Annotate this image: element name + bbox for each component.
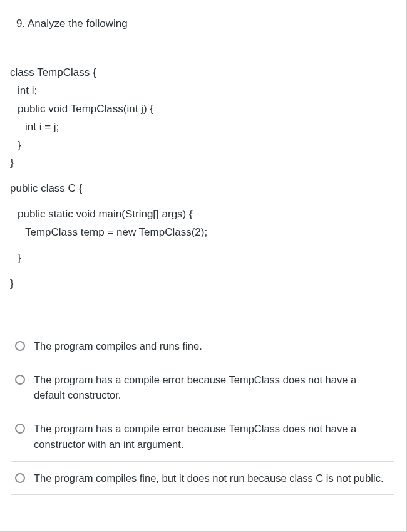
code-line: public static void main(String[] args) {	[10, 206, 399, 224]
code-line: int i;	[10, 82, 399, 100]
question-container: 9. Analyze the following class TempClass…	[0, 0, 406, 495]
code-line: }	[10, 137, 399, 155]
option-label: The program has a compile error because …	[34, 421, 390, 452]
option-label: The program compiles and runs fine.	[34, 338, 202, 354]
question-header: 9. Analyze the following	[8, 18, 399, 30]
code-line: class TempClass {	[10, 64, 399, 82]
option-0[interactable]: The program compiles and runs fine.	[11, 330, 394, 363]
radio-icon	[15, 375, 25, 385]
option-label: The program has a compile error because …	[34, 372, 390, 404]
option-2[interactable]: The program has a compile error because …	[11, 412, 394, 462]
option-3[interactable]: The program compiles fine, but it does n…	[11, 462, 394, 496]
option-label: The program compiles fine, but it does n…	[34, 471, 384, 486]
code-block: class TempClass { int i; public void Tem…	[8, 64, 399, 293]
code-line: }	[10, 275, 399, 293]
code-line: public class C {	[10, 180, 399, 198]
code-line: int i = j;	[10, 118, 399, 137]
radio-icon	[15, 424, 25, 434]
code-line: }	[10, 154, 399, 172]
code-line: TempClass temp = new TempClass(2);	[10, 224, 399, 242]
radio-icon	[15, 341, 25, 351]
code-line: public void TempClass(int j) {	[10, 100, 399, 118]
option-1[interactable]: The program has a compile error because …	[11, 363, 394, 413]
code-line: }	[10, 249, 399, 268]
options-list: The program compiles and runs fine. The …	[8, 330, 399, 496]
question-number: 9.	[16, 18, 25, 29]
question-title: Analyze the following	[28, 18, 128, 29]
radio-icon	[15, 473, 25, 483]
